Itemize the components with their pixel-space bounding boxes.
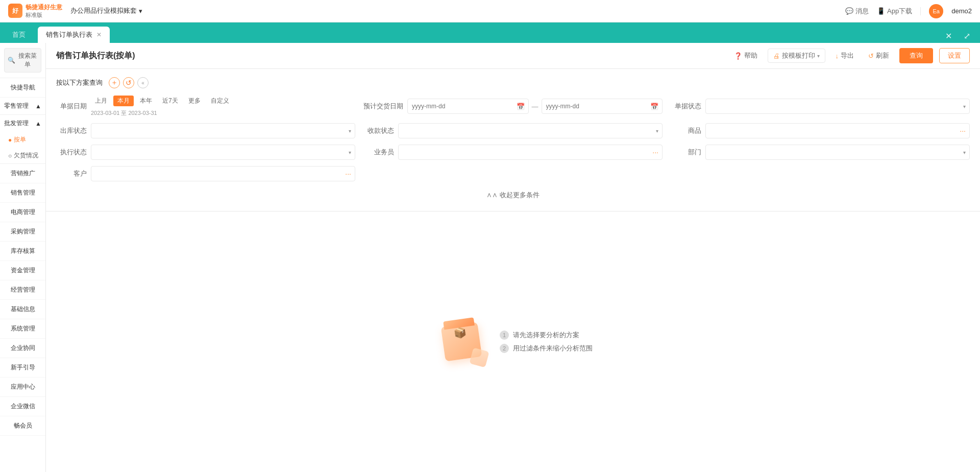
export-icon: ↓ — [836, 52, 839, 60]
active-indicator: ● — [8, 136, 12, 144]
export-button[interactable]: ↓ 导出 — [831, 49, 859, 62]
sidebar-section-retail-title[interactable]: 零售管理 ▲ — [0, 98, 45, 114]
tab-bar: 首页 销售订单执行表 ✕ ✕ ⤢ — [0, 22, 980, 43]
date-range-display: 2023-03-01 至 2023-03-31 — [91, 109, 355, 117]
main-layout: 🔍 搜索菜单 快捷导航 零售管理 ▲ 批发管理 ▲ ● 按单 ○ 欠货 — [0, 43, 980, 472]
sidebar-item-press-order[interactable]: ● 按单 — [0, 132, 45, 148]
page-title: 销售订单执行表(按单) — [56, 51, 135, 66]
date-btn-more[interactable]: 更多 — [184, 96, 205, 106]
filter-add-buttons: ＋ ↺ « — [109, 77, 149, 88]
dept-select[interactable] — [705, 145, 970, 160]
goods-control: ··· — [705, 123, 970, 138]
user-name[interactable]: demo2 — [951, 7, 972, 15]
filter-item-status: 单据状态 ▾ — [671, 99, 970, 114]
sidebar-item-purchase[interactable]: 采购管理 — [0, 222, 45, 242]
sidebar-section-wholesale-title[interactable]: 批发管理 ▲ — [0, 115, 45, 132]
filter-item-exec-status: 执行状态 ▾ — [56, 145, 355, 160]
message-button[interactable]: 💬 消息 — [845, 7, 869, 16]
sidebar-item-system[interactable]: 系统管理 — [0, 319, 45, 339]
filter-add-button[interactable]: ＋ — [109, 77, 120, 88]
predicted-date-end-input[interactable] — [542, 99, 663, 114]
status-select[interactable] — [705, 99, 970, 114]
filter-item-out-status: 出库状态 ▾ — [56, 123, 355, 138]
predicted-date-start-input[interactable] — [407, 99, 529, 114]
query-button[interactable]: 查询 — [899, 48, 933, 63]
app-download-button[interactable]: 📱 App下载 — [877, 7, 912, 16]
industry-selector[interactable]: 办公用品行业模拟账套 ▾ — [66, 4, 146, 17]
logo-icon: 好 — [8, 4, 22, 18]
exec-status-label: 执行状态 — [56, 148, 87, 157]
empty-hint-1: 1 请先选择要分析的方案 — [500, 331, 593, 340]
sidebar-item-debt[interactable]: ○ 欠货情况 — [0, 148, 45, 163]
sidebar-item-sales-mgmt[interactable]: 销售管理 — [0, 183, 45, 203]
sidebar-item-basic[interactable]: 基础信息 — [0, 300, 45, 319]
sidebar-item-quick-nav[interactable]: 快捷导航 — [0, 78, 45, 98]
predicted-date-start-wrap: 📅 — [407, 99, 529, 114]
customer-label: 客户 — [56, 169, 87, 178]
tab-sales-order[interactable]: 销售订单执行表 ✕ — [38, 27, 110, 43]
salesman-input[interactable] — [398, 145, 663, 160]
goods-input[interactable] — [705, 123, 970, 138]
predicted-date-range: 📅 — 📅 — [407, 99, 663, 114]
date-btn-current-year[interactable]: 本年 — [136, 96, 156, 106]
sidebar-item-guide[interactable]: 新手引导 — [0, 358, 45, 377]
collapse-icon: ∧∧ — [486, 191, 500, 199]
exec-status-select[interactable] — [91, 145, 355, 160]
message-icon: 💬 — [845, 7, 853, 15]
dept-control: ▾ — [705, 145, 970, 160]
customer-input[interactable] — [91, 166, 355, 181]
empty-illustration: 📦 — [433, 314, 489, 370]
date-btn-current-month[interactable]: 本月 — [113, 96, 134, 106]
search-menu-button[interactable]: 🔍 搜索菜单 — [4, 48, 41, 73]
download-icon: 📱 — [877, 7, 885, 15]
sidebar-item-corp-collab[interactable]: 企业协同 — [0, 339, 45, 358]
help-button[interactable]: ❓ 帮助 — [730, 49, 762, 62]
filter-collapse-row[interactable]: ∧∧ 收起更多条件 — [56, 187, 970, 203]
salesman-control: ··· — [398, 145, 663, 160]
content-area: 销售订单执行表(按单) ❓ 帮助 🖨 按模板打印 ▾ ↓ 导出 ↺ 刷新 — [46, 43, 980, 472]
sidebar-item-member[interactable]: 畅会员 — [0, 416, 45, 436]
salesman-label: 业务员 — [363, 148, 394, 157]
sidebar-item-inventory[interactable]: 库存核算 — [0, 242, 45, 261]
date-btn-custom[interactable]: 自定义 — [207, 96, 233, 106]
date-btn-last-7days[interactable]: 近7天 — [158, 96, 182, 106]
status-control: ▾ — [705, 99, 970, 114]
print-button[interactable]: 🖨 按模板打印 ▾ — [768, 49, 825, 63]
sidebar-section-retail: 零售管理 ▲ — [0, 98, 45, 115]
filter-collapse-button[interactable]: « — [137, 77, 149, 88]
predicted-date-end-wrap: 📅 — [542, 99, 663, 114]
print-icon: 🖨 — [773, 52, 780, 60]
filter-item-customer: 客户 ··· — [56, 166, 355, 181]
sidebar-section-wholesale: 批发管理 ▲ ● 按单 ○ 欠货情况 — [0, 115, 45, 164]
payment-status-select[interactable] — [398, 123, 663, 138]
tab-close-icon[interactable]: ✕ — [96, 32, 102, 38]
filter-reset-button[interactable]: ↺ — [123, 77, 134, 88]
sidebar-item-operations[interactable]: 经营管理 — [0, 280, 45, 300]
refresh-button[interactable]: ↺ 刷新 — [864, 49, 893, 62]
exec-status-control: ▾ — [91, 145, 355, 160]
hint-number-2: 2 — [500, 344, 509, 353]
sidebar-item-ecommerce[interactable]: 电商管理 — [0, 203, 45, 222]
out-status-select[interactable] — [91, 123, 355, 138]
tab-close-window-button[interactable]: ✕ — [941, 29, 955, 43]
logo-area: 好 畅捷通好生意 标准版 — [8, 4, 62, 19]
out-status-label: 出库状态 — [56, 126, 87, 135]
sidebar-search-area: 🔍 搜索菜单 — [0, 43, 45, 78]
sidebar-item-corp-wechat[interactable]: 企业微信 — [0, 397, 45, 416]
date-btn-last-month[interactable]: 上月 — [91, 96, 111, 106]
tab-home[interactable]: 首页 — [4, 27, 34, 43]
top-nav-right: 💬 消息 📱 App下载 Ea demo2 — [845, 4, 972, 18]
sidebar-item-marketing[interactable]: 营销推广 — [0, 164, 45, 183]
search-icon: 🔍 — [8, 57, 15, 64]
date-quick-buttons: 上月 本月 本年 近7天 更多 自定义 — [91, 96, 355, 106]
sidebar-item-finance[interactable]: 资金管理 — [0, 261, 45, 280]
tab-expand-button[interactable]: ⤢ — [960, 29, 974, 43]
filter-row-1: 单据日期 上月 本月 本年 近7天 更多 自定义 2023-03-01 至 20… — [56, 96, 970, 117]
goods-label: 商品 — [671, 126, 701, 135]
chevron-icon: ▲ — [35, 120, 41, 127]
sidebar-item-app-center[interactable]: 应用中心 — [0, 377, 45, 397]
filter-item-payment-status: 收款状态 ▾ — [363, 123, 663, 138]
filter-panel: 按以下方案查询 ＋ ↺ « 单据日期 上月 本月 本年 — [46, 69, 980, 211]
settings-button[interactable]: 设置 — [939, 48, 970, 63]
filter-item-salesman: 业务员 ··· — [363, 145, 663, 160]
